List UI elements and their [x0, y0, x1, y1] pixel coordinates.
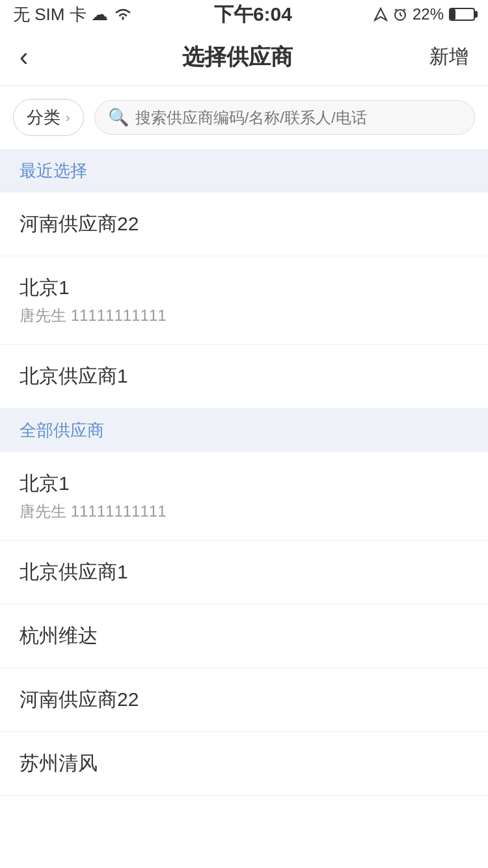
- list-item[interactable]: 北京1 唐先生 11111111111: [0, 256, 488, 345]
- item-name: 北京1: [20, 470, 468, 497]
- svg-line-5: [403, 9, 405, 10]
- filter-bar: 分类 › 🔍: [0, 86, 488, 149]
- status-time: 下午6:04: [214, 1, 292, 28]
- item-sub: 唐先生 11111111111: [20, 501, 468, 522]
- nav-bar: ‹ 选择供应商 新增: [0, 29, 488, 86]
- signal-text: 无 SIM 卡 ☁: [13, 3, 108, 26]
- search-icon: 🔍: [108, 107, 129, 128]
- battery-icon: [449, 8, 475, 21]
- search-input[interactable]: [135, 109, 461, 127]
- list-item[interactable]: 河南供应商22: [0, 668, 488, 732]
- item-name: 北京1: [20, 275, 468, 301]
- item-sub: 唐先生 11111111111: [20, 305, 468, 326]
- item-name: 北京供应商1: [20, 363, 468, 390]
- search-box: 🔍: [94, 100, 475, 135]
- svg-line-4: [395, 9, 397, 10]
- list-item[interactable]: 苏州清风: [0, 732, 488, 796]
- status-bar: 无 SIM 卡 ☁ 下午6:04 22%: [0, 0, 488, 29]
- list-item[interactable]: 杭州维达: [0, 604, 488, 668]
- recent-section-header: 最近选择: [0, 149, 488, 193]
- item-name: 河南供应商22: [20, 686, 468, 713]
- recent-list: 河南供应商22 北京1 唐先生 11111111111 北京供应商1: [0, 193, 488, 409]
- add-button[interactable]: 新增: [416, 44, 468, 70]
- list-item[interactable]: 北京供应商1: [0, 541, 488, 604]
- item-name: 河南供应商22: [20, 211, 468, 237]
- svg-line-3: [400, 15, 402, 16]
- chevron-right-icon: ›: [66, 110, 70, 125]
- item-name: 苏州清风: [20, 750, 468, 777]
- wifi-icon: [113, 7, 133, 21]
- item-name: 北京供应商1: [20, 559, 468, 586]
- all-list: 北京1 唐先生 11111111111 北京供应商1 杭州维达 河南供应商22 …: [0, 452, 488, 796]
- back-button[interactable]: ‹: [20, 42, 59, 72]
- battery-percent: 22%: [413, 5, 444, 23]
- alarm-icon: [393, 7, 407, 21]
- list-item[interactable]: 北京供应商1: [0, 345, 488, 409]
- all-section-header: 全部供应商: [0, 409, 488, 452]
- category-label: 分类: [27, 106, 61, 129]
- list-item[interactable]: 北京1 唐先生 11111111111: [0, 452, 488, 541]
- status-left: 无 SIM 卡 ☁: [13, 3, 133, 26]
- page-title: 选择供应商: [182, 42, 293, 72]
- svg-marker-0: [375, 8, 386, 20]
- category-button[interactable]: 分类 ›: [13, 99, 84, 136]
- location-icon: [373, 7, 388, 21]
- item-name: 杭州维达: [20, 623, 468, 649]
- status-right: 22%: [373, 5, 475, 23]
- list-item[interactable]: 河南供应商22: [0, 193, 488, 256]
